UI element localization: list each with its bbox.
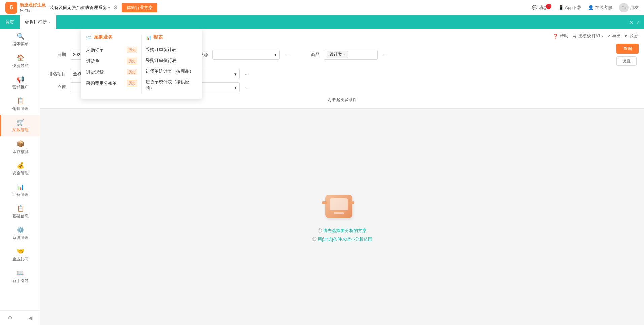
sales-icon: 📋 bbox=[17, 97, 24, 105]
goods-tag-design: 设计类 × bbox=[327, 51, 348, 58]
dropdown-divider bbox=[141, 34, 142, 93]
sidebar-item-sales[interactable]: 📋 销售管理 bbox=[0, 93, 40, 115]
history-badge-0: 历史 bbox=[127, 47, 137, 53]
salesperson-dropdown-icon: ▾ bbox=[234, 72, 237, 77]
sidebar-bottom: ⚙ ◀ bbox=[0, 310, 40, 325]
help-button[interactable]: ❓ 帮助 bbox=[553, 33, 568, 39]
sidebar-item-system[interactable]: ⚙️ 系统管理 bbox=[0, 222, 40, 244]
query-button[interactable]: 查询 bbox=[616, 44, 639, 54]
warehouse-label: 仓库 bbox=[46, 84, 66, 90]
online-service-button[interactable]: 👤 在线客服 bbox=[588, 5, 612, 11]
collapse-button[interactable]: ⋀ 收起更多条件 bbox=[326, 96, 358, 104]
content-area: ❓ 帮助 🖨 按模板打印 ▾ ↗ 导出 ↻ 刷新 日 bbox=[40, 29, 644, 325]
purchase-order-item[interactable]: 采购订单 历史 bbox=[86, 44, 137, 55]
top-bar-right: 💬 消息 9 📱 App下载 👤 在线客服 Ea 用友 bbox=[532, 3, 639, 12]
purchase-section-title: 🛒 采购业务 bbox=[86, 34, 137, 40]
dropdown-report-section: 📊 报表 采购订单统计表 采购订单执行表 进货单统计表（按商品） 进货单统计表（… bbox=[146, 34, 197, 93]
purchase-section-icon: 🛒 bbox=[86, 35, 92, 40]
tab-sales-rank[interactable]: 销售排行榜 × bbox=[20, 15, 56, 29]
export-button[interactable]: ↗ 导出 bbox=[607, 33, 621, 39]
history-badge-2: 历史 bbox=[127, 69, 137, 75]
stock-return-item[interactable]: 进货退货 历史 bbox=[86, 67, 137, 78]
sidebar-item-search[interactable]: 🔍 搜索菜单 bbox=[0, 29, 40, 50]
export-icon: ↗ bbox=[607, 34, 611, 39]
sidebar-item-basic[interactable]: 📋 基础信息 bbox=[0, 201, 40, 222]
rank-label: 排名项目 bbox=[46, 71, 66, 77]
system-dropdown-icon[interactable]: ▾ bbox=[108, 5, 110, 10]
refresh-icon: ↻ bbox=[625, 34, 629, 39]
empty-icon bbox=[322, 191, 362, 225]
tab-expand-icon[interactable]: ⤢ bbox=[636, 19, 640, 25]
guide-icon: 📖 bbox=[17, 269, 24, 277]
print-icon: 🖨 bbox=[572, 34, 577, 39]
refresh-button[interactable]: ↻ 刷新 bbox=[625, 33, 639, 39]
logo-text: 畅捷通好生意 标准版 bbox=[20, 2, 46, 13]
purchase-expense-item[interactable]: 采购费用分摊单 历史 bbox=[86, 78, 137, 89]
print-dropdown-icon[interactable]: ▾ bbox=[601, 34, 603, 38]
notification-badge: 9 bbox=[546, 4, 551, 9]
purchase-order-stats-item[interactable]: 采购订单统计表 bbox=[146, 44, 197, 55]
search-icon: 🔍 bbox=[17, 33, 24, 40]
purchase-order-exec-item[interactable]: 采购订单执行表 bbox=[146, 55, 197, 66]
collapse-icon[interactable]: ◀ bbox=[28, 315, 32, 321]
settings-button[interactable]: 设置 bbox=[616, 56, 637, 66]
sidebar-item-operations[interactable]: 📊 经营管理 bbox=[0, 179, 40, 201]
sidebar-item-cooperation[interactable]: 🤝 企业协同 bbox=[0, 244, 40, 266]
history-badge-1: 历史 bbox=[127, 58, 137, 64]
operations-icon: 📊 bbox=[17, 183, 24, 191]
status-dropdown-icon: ▾ bbox=[274, 52, 277, 57]
print-button[interactable]: 🖨 按模板打印 ▾ bbox=[572, 33, 603, 39]
sidebar: 🔍 搜索菜单 🏠 快捷导航 📢 营销推广 📋 销售管理 🛒 采购管理 📦 库存核… bbox=[0, 29, 40, 325]
marketing-icon: 📢 bbox=[17, 76, 24, 83]
tab-close-icon[interactable]: × bbox=[49, 21, 51, 24]
help-icon: ❓ bbox=[553, 34, 558, 39]
stock-in-stats-supplier-item[interactable]: 进货单统计表（按供应商） bbox=[146, 77, 197, 93]
purchase-icon: 🛒 bbox=[17, 119, 24, 126]
user-menu-button[interactable]: Ea 用友 bbox=[619, 3, 639, 12]
empty-hint-2: ② 用[过滤]条件来缩小分析范围 bbox=[312, 236, 372, 242]
message-button[interactable]: 💬 消息 9 bbox=[532, 5, 551, 11]
empty-state: ① 请先选择要分析的方案 ② 用[过滤]条件来缩小分析范围 bbox=[40, 109, 644, 325]
stock-in-stats-goods-item[interactable]: 进货单统计表（按商品） bbox=[146, 66, 197, 77]
settings-icon[interactable]: ⚙ bbox=[113, 4, 118, 11]
report-section-title: 📊 报表 bbox=[146, 34, 197, 40]
basic-icon: 📋 bbox=[17, 205, 24, 212]
system-name-area: 装备及固定资产辅助管理系统 ▾ ⚙ bbox=[50, 4, 118, 11]
tab-close-window-icon[interactable]: ✕ bbox=[629, 19, 633, 26]
sidebar-item-marketing[interactable]: 📢 营销推广 bbox=[0, 72, 40, 93]
user-avatar: Ea bbox=[619, 3, 629, 12]
sidebar-item-purchase[interactable]: 🛒 采购管理 bbox=[0, 115, 40, 136]
remove-design-tag[interactable]: × bbox=[343, 53, 345, 56]
goods-dots[interactable]: ··· bbox=[383, 52, 387, 57]
goods-input[interactable]: 设计类 × bbox=[324, 50, 378, 60]
cooperation-icon: 🤝 bbox=[17, 248, 24, 255]
industry-area: 体验行业方案 bbox=[122, 3, 157, 12]
report-section-icon: 📊 bbox=[146, 35, 151, 40]
logo-area: 6 畅捷通好生意 标准版 bbox=[5, 2, 46, 14]
status-dots[interactable]: ··· bbox=[285, 52, 289, 57]
goods-label: 商品 bbox=[299, 52, 320, 58]
sidebar-item-guide[interactable]: 📖 新手引导 bbox=[0, 266, 40, 287]
tab-bar: 首页 销售排行榜 × ✕ ⤢ bbox=[0, 15, 644, 29]
sidebar-item-finance[interactable]: 💰 资金管理 bbox=[0, 158, 40, 179]
top-bar: 6 畅捷通好生意 标准版 装备及固定资产辅助管理系统 ▾ ⚙ 体验行业方案 💬 … bbox=[0, 0, 644, 15]
industry-button[interactable]: 体验行业方案 bbox=[122, 3, 157, 12]
dropdown-purchase-section: 🛒 采购业务 采购订单 历史 进货单 历史 进货退货 历史 bbox=[86, 34, 137, 93]
system-name: 装备及固定资产辅助管理系统 bbox=[50, 5, 107, 11]
settings-bottom-icon[interactable]: ⚙ bbox=[8, 315, 12, 321]
status-select[interactable]: ▾ bbox=[212, 50, 280, 60]
salesperson-dots[interactable]: ··· bbox=[245, 72, 249, 77]
sidebar-item-quick-nav[interactable]: 🏠 快捷导航 bbox=[0, 50, 40, 72]
customer-dots[interactable]: ··· bbox=[245, 85, 249, 90]
service-icon: 👤 bbox=[588, 5, 594, 10]
customer-dropdown-icon: ▾ bbox=[234, 85, 237, 90]
system-icon: ⚙️ bbox=[17, 226, 24, 234]
message-icon: 💬 bbox=[532, 5, 537, 10]
main-layout: 🔍 搜索菜单 🏠 快捷导航 📢 营销推广 📋 销售管理 🛒 采购管理 📦 库存核… bbox=[0, 29, 644, 325]
stock-in-item[interactable]: 进货单 历史 bbox=[86, 55, 137, 67]
app-download-button[interactable]: 📱 App下载 bbox=[558, 5, 581, 11]
empty-hint-1: ① 请先选择要分析的方案 bbox=[318, 228, 367, 234]
tab-home[interactable]: 首页 bbox=[0, 15, 20, 29]
sidebar-item-inventory[interactable]: 📦 库存核算 bbox=[0, 136, 40, 158]
collapse-arrow-icon: ⋀ bbox=[328, 98, 331, 103]
